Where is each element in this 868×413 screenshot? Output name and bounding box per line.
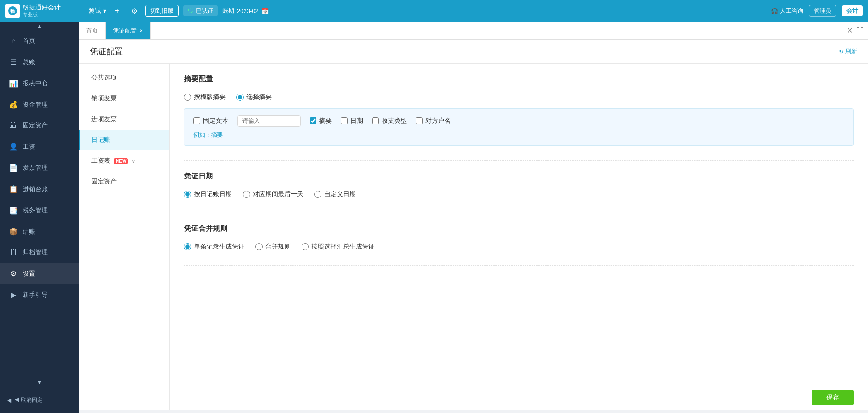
report-icon: 📊	[9, 79, 18, 88]
sidebar-label-home: 首页	[23, 37, 35, 45]
tab-voucher-config[interactable]: 凭证配置 ×	[106, 22, 151, 39]
date-radio-group: 按日记账日期 对应期间最后一天 自定义日期	[184, 190, 854, 198]
settings-icon[interactable]: ⚙	[128, 5, 141, 17]
refresh-label: 刷新	[845, 47, 857, 56]
checkbox-counterparty[interactable]: 对方户名	[416, 117, 451, 125]
capital-icon: 💰	[9, 100, 18, 109]
headphone-icon: 🎧	[771, 8, 778, 14]
config-nav-public[interactable]: 公共选项	[79, 67, 169, 88]
save-button[interactable]: 保存	[812, 390, 854, 405]
save-bar: 保存	[170, 385, 868, 410]
archive-icon: 🗄	[9, 249, 18, 257]
sidebar-item-settings[interactable]: ⚙ 设置	[0, 263, 79, 284]
sidebar-item-invoice[interactable]: 📄 发票管理	[0, 157, 79, 178]
checkbox-date-input[interactable]	[341, 117, 348, 124]
sidebar-label-fixed-assets: 固定资产	[23, 122, 48, 130]
config-nav-sales-invoice[interactable]: 销项发票	[79, 88, 169, 109]
tab-home[interactable]: 首页	[79, 22, 106, 39]
summary-config-box: 固定文本 摘要 日期	[184, 108, 854, 146]
period-last-label: 对应期间最后一天	[253, 190, 303, 198]
config-nav-fixed-asset[interactable]: 固定资产	[79, 171, 169, 192]
select-merge-label: 按照选择汇总生成凭证	[311, 243, 375, 251]
sidebar-item-home[interactable]: ⌂ 首页	[0, 31, 79, 52]
payroll-label: 工资表	[91, 157, 110, 165]
sidebar-bottom: ◀ ◀ 取消固定	[0, 387, 79, 413]
checkbox-abstract-input[interactable]	[310, 117, 316, 124]
checkbox-fixed-text[interactable]: 固定文本	[193, 117, 228, 125]
radio-select-input[interactable]	[236, 94, 244, 101]
scroll-down-btn[interactable]: ▼	[0, 378, 79, 387]
sidebar-item-sales[interactable]: 📋 进销台账	[0, 178, 79, 200]
config-nav-journal[interactable]: 日记账	[79, 130, 169, 150]
summary-config-title: 摘要配置	[184, 75, 854, 84]
checkbox-income-type-input[interactable]	[372, 117, 379, 124]
radio-journal-date[interactable]: 按日记账日期	[184, 190, 232, 198]
sidebar-item-report[interactable]: 📊 报表中心	[0, 73, 79, 94]
sidebar-item-fixed-assets[interactable]: 🏛 固定资产	[0, 115, 79, 136]
sidebar-nav: ⌂ 首页 ☰ 总账 📊 报表中心 💰 资金管理 🏛 固定资产 👤 工资	[0, 31, 79, 378]
period-selector[interactable]: 账期 2023-02 📅	[222, 7, 269, 15]
sidebar-item-tax[interactable]: 📑 税务管理	[0, 200, 79, 221]
checkbox-counterparty-input[interactable]	[416, 117, 423, 124]
scroll-up-btn[interactable]: ▲	[0, 22, 79, 31]
page-scroll-area: 凭证配置 ↻ 刷新 公共选项 销项发票 进项发票 日记账 工资表	[79, 40, 868, 413]
accountant-button[interactable]: 会计	[842, 5, 863, 16]
sidebar-item-ledger[interactable]: ☰ 总账	[0, 52, 79, 73]
checkbox-fixed-text-input[interactable]	[193, 117, 200, 124]
radio-merge-rule-input[interactable]	[255, 243, 263, 250]
unpin-button[interactable]: ◀ ◀ 取消固定	[0, 392, 79, 408]
income-type-label: 收支类型	[382, 117, 407, 125]
settings-sidebar-icon: ⚙	[9, 269, 18, 278]
add-button[interactable]: +	[111, 5, 123, 17]
tab-home-label: 首页	[86, 27, 98, 35]
radio-journal-date-input[interactable]	[184, 191, 191, 198]
shield-icon: 🛡	[188, 7, 194, 14]
refresh-button[interactable]: ↻ 刷新	[839, 47, 857, 56]
checkbox-income-type[interactable]: 收支类型	[372, 117, 407, 125]
consult-button[interactable]: 🎧 人工咨询	[771, 7, 803, 15]
fixed-text-input[interactable]	[237, 115, 301, 127]
sidebar-item-capital[interactable]: 💰 资金管理	[0, 94, 79, 115]
logo-icon: 畅	[5, 4, 20, 18]
sidebar-item-salary[interactable]: 👤 工资	[0, 136, 79, 157]
close-window-icon[interactable]: ✕	[847, 26, 853, 35]
config-nav-purchase-invoice[interactable]: 进项发票	[79, 109, 169, 130]
logo-sub: 专业版	[23, 11, 61, 18]
sidebar-item-archive[interactable]: 🗄 归档管理	[0, 242, 79, 263]
certified-badge: 🛡 已认证	[183, 5, 218, 16]
radio-single-input[interactable]	[184, 243, 191, 250]
fullscreen-icon[interactable]: ⛶	[856, 27, 863, 35]
company-selector[interactable]: 测试 ▾	[89, 7, 106, 15]
radio-custom-date[interactable]: 自定义日期	[314, 190, 356, 198]
refresh-icon: ↻	[839, 48, 844, 55]
svg-text:畅: 畅	[10, 9, 15, 14]
radio-template-input[interactable]	[184, 94, 191, 101]
switch-version-button[interactable]: 切到旧版	[145, 5, 179, 17]
radio-merge-rule[interactable]: 合并规则	[255, 243, 291, 251]
tab-actions: ✕ ⛶	[842, 22, 868, 39]
tab-bar: 首页 凭证配置 × ✕ ⛶	[79, 22, 868, 40]
custom-date-label: 自定义日期	[324, 190, 356, 198]
radio-template-summary[interactable]: 按模版摘要	[184, 93, 226, 101]
salary-icon: 👤	[9, 142, 18, 151]
sidebar-item-guide[interactable]: ▶ 新手引导	[0, 284, 79, 305]
sidebar-label-salary: 工资	[23, 143, 35, 151]
checkbox-date[interactable]: 日期	[341, 117, 363, 125]
sidebar-label-report: 报表中心	[23, 80, 48, 88]
radio-period-last[interactable]: 对应期间最后一天	[243, 190, 303, 198]
radio-select-merge-input[interactable]	[302, 243, 309, 250]
sidebar-item-checkout[interactable]: 📦 结账	[0, 221, 79, 242]
radio-select-merge[interactable]: 按照选择汇总生成凭证	[302, 243, 375, 251]
radio-period-last-input[interactable]	[243, 191, 250, 198]
config-nav-payroll[interactable]: 工资表 NEW ∨	[79, 150, 169, 171]
period-label: 账期	[222, 7, 234, 15]
user-button[interactable]: 管理员	[809, 5, 836, 17]
checkbox-abstract[interactable]: 摘要	[310, 117, 332, 125]
radio-single[interactable]: 单条记录生成凭证	[184, 243, 245, 251]
pin-icon: ◀	[7, 397, 11, 404]
sidebar-label-guide: 新手引导	[23, 291, 48, 299]
radio-select-summary[interactable]: 选择摘要	[236, 93, 272, 101]
pin-label: ◀ 取消固定	[14, 396, 42, 404]
radio-custom-date-input[interactable]	[314, 191, 321, 198]
tab-close-icon[interactable]: ×	[139, 27, 143, 34]
